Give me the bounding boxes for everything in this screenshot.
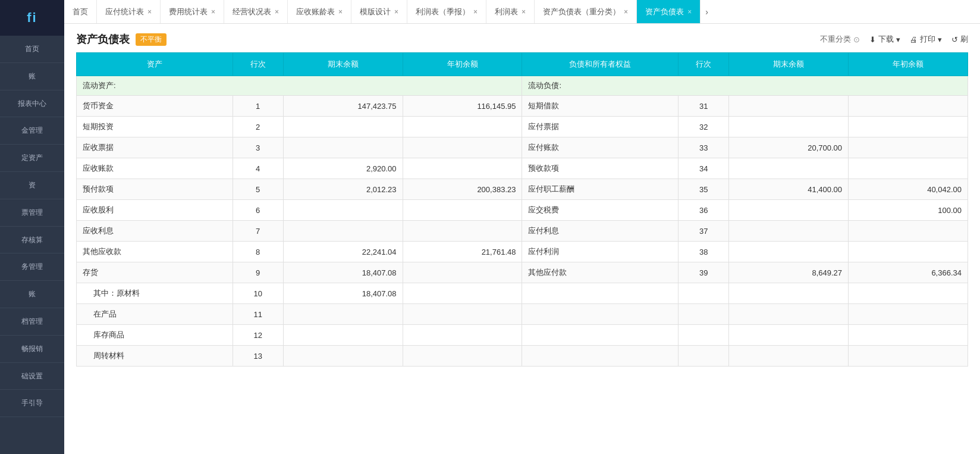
sidebar-item-expense[interactable]: 畅报销 <box>0 336 64 363</box>
sidebar-item-invoice[interactable]: 票管理 <box>0 199 64 227</box>
sidebar-item-home[interactable]: 首页 <box>0 36 64 63</box>
liability-row-number: 35 <box>679 179 729 200</box>
liability-begin-balance <box>849 221 968 242</box>
begin-balance <box>403 158 522 179</box>
th-end-balance: 期末余额 <box>283 53 403 76</box>
end-balance <box>283 221 403 242</box>
close-tab-6[interactable]: × <box>473 8 478 16</box>
liability-name <box>522 304 679 325</box>
tab-profit[interactable]: 利润表 × <box>486 0 535 24</box>
liability-end-balance <box>729 325 849 346</box>
liability-begin-balance <box>849 283 968 304</box>
liability-row-number: 36 <box>679 200 729 221</box>
close-tab-1[interactable]: × <box>147 8 152 16</box>
th-begin-balance: 年初余额 <box>403 53 522 76</box>
header-actions: 不重分类 ⊙ ⬇ 下载 ▾ 🖨 打印 ▾ ↺ 刷 <box>820 34 968 45</box>
begin-balance: 116,145.95 <box>403 96 522 117</box>
download-chevron-icon: ▾ <box>896 35 900 44</box>
tab-profit-quarterly[interactable]: 利润表（季报） × <box>407 0 486 24</box>
begin-balance <box>403 283 522 304</box>
tab-expense-stats[interactable]: 费用统计表 × <box>161 0 224 24</box>
print-icon: 🖨 <box>910 35 918 44</box>
sidebar-item-fixed-assets[interactable]: 定资产 <box>0 145 64 172</box>
tab-balance-reclassified[interactable]: 资产负债表（重分类） × <box>535 0 637 24</box>
liability-end-balance: 41,400.00 <box>729 179 849 200</box>
close-tab-4[interactable]: × <box>338 8 343 16</box>
liability-row-number: 39 <box>679 262 729 283</box>
end-balance <box>283 304 403 325</box>
tab-home[interactable]: 首页 <box>64 0 97 24</box>
row-number: 5 <box>233 179 283 200</box>
sidebar-item-invest[interactable]: 资 <box>0 172 64 199</box>
sidebar-item-settings[interactable]: 础设置 <box>0 363 64 390</box>
table-row: 货币资金 1 147,423.75 116,145.95 短期借款 31 <box>77 96 968 117</box>
page-title: 资产负债表 <box>76 32 130 46</box>
table-row: 其中：原材料 10 18,407.08 <box>77 283 968 304</box>
close-tab-2[interactable]: × <box>211 8 215 16</box>
end-balance: 2,012.23 <box>283 179 403 200</box>
table-row: 在产品 11 <box>77 304 968 325</box>
close-tab-9[interactable]: × <box>687 8 692 16</box>
end-balance: 22,241.04 <box>283 242 403 262</box>
sidebar-item-account[interactable]: 账 <box>0 63 64 90</box>
liability-row-number: 32 <box>679 117 729 137</box>
download-button[interactable]: ⬇ 下载 ▾ <box>869 34 900 45</box>
asset-name: 应收账款 <box>77 158 233 179</box>
tab-operations[interactable]: 经营状况表 × <box>224 0 288 24</box>
close-tab-7[interactable]: × <box>522 8 526 16</box>
liability-name: 应付账款 <box>522 137 679 158</box>
close-tab-5[interactable]: × <box>394 8 398 16</box>
sidebar-item-report[interactable]: 报表中心 <box>0 90 64 118</box>
refresh-button[interactable]: ↺ 刷 <box>951 34 968 45</box>
asset-name: 应收票据 <box>77 137 233 158</box>
row-number: 3 <box>233 137 283 158</box>
sidebar-item-tax[interactable]: 务管理 <box>0 253 64 281</box>
row-number: 2 <box>233 117 283 137</box>
end-balance <box>283 346 403 367</box>
liability-end-balance <box>729 200 849 221</box>
row-number: 1 <box>233 96 283 117</box>
liability-begin-balance <box>849 158 968 179</box>
page-content: 资产负债表 不平衡 不重分类 ⊙ ⬇ 下载 ▾ 🖨 打印 ▾ <box>64 24 980 454</box>
tab-template-design[interactable]: 模版设计 × <box>351 0 407 24</box>
liability-end-balance <box>729 96 849 117</box>
table-row: 短期投资 2 应付票据 32 <box>77 117 968 137</box>
begin-balance <box>403 346 522 367</box>
asset-name: 应收利息 <box>77 221 233 242</box>
sidebar-item-inventory[interactable]: 存核算 <box>0 227 64 254</box>
asset-name: 存货 <box>77 262 233 283</box>
row-number: 8 <box>233 242 283 262</box>
liability-end-balance <box>729 242 849 262</box>
sidebar-item-guide[interactable]: 手引导 <box>0 390 64 417</box>
sidebar-item-finance[interactable]: 金管理 <box>0 117 64 145</box>
th-row-num2: 行次 <box>679 53 729 76</box>
end-balance <box>283 117 403 137</box>
row-number: 13 <box>233 346 283 367</box>
close-tab-3[interactable]: × <box>275 8 279 16</box>
asset-name: 短期投资 <box>77 117 233 137</box>
sidebar-item-ledger[interactable]: 账 <box>0 281 64 308</box>
liability-begin-balance: 6,366.34 <box>849 262 968 283</box>
tab-receivable-aging[interactable]: 应收账龄表 × <box>288 0 351 24</box>
close-tab-8[interactable]: × <box>624 8 628 16</box>
no-reclassify[interactable]: 不重分类 ⊙ <box>820 34 860 45</box>
tab-nav-right[interactable]: › <box>701 0 713 24</box>
begin-balance <box>403 137 522 158</box>
end-balance: 2,920.00 <box>283 158 403 179</box>
liability-name: 应付利润 <box>522 242 679 262</box>
sidebar-item-archive[interactable]: 档管理 <box>0 308 64 336</box>
print-button[interactable]: 🖨 打印 ▾ <box>910 34 942 45</box>
section-asset-label: 流动资产: <box>77 76 522 96</box>
table-row: 库存商品 12 <box>77 325 968 346</box>
liability-end-balance: 20,700.00 <box>729 137 849 158</box>
tab-payable-stats[interactable]: 应付统计表 × <box>97 0 161 24</box>
liability-name: 应付利息 <box>522 221 679 242</box>
begin-balance <box>403 262 522 283</box>
tab-balance-sheet[interactable]: 资产负债表 × <box>637 0 701 24</box>
table-container: 资产 行次 期末余额 年初余额 负债和所有者权益 行次 期末余额 年初余额 流动… <box>64 52 980 378</box>
asset-name: 库存商品 <box>77 325 233 346</box>
liability-name: 应交税费 <box>522 200 679 221</box>
liability-begin-balance <box>849 325 968 346</box>
end-balance: 18,407.08 <box>283 262 403 283</box>
liability-end-balance <box>729 117 849 137</box>
